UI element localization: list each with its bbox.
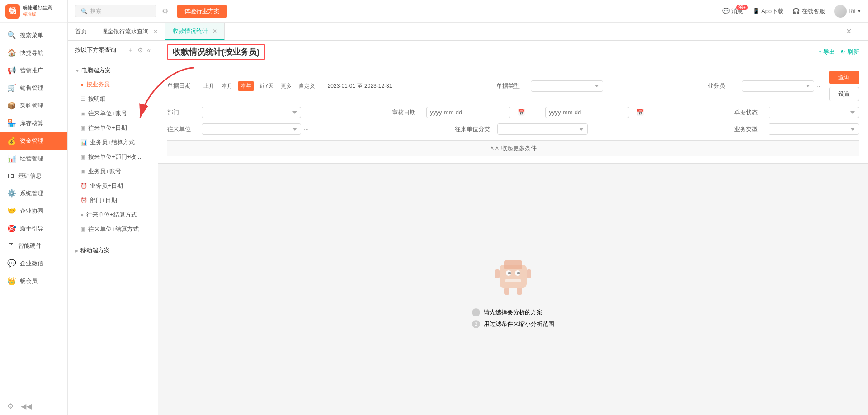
export-button[interactable]: ↑ 导出 (819, 48, 835, 56)
partner-category-select[interactable] (497, 123, 588, 135)
scheme-collapse-icon[interactable]: « (147, 47, 151, 54)
scheme-item-partner-dept[interactable]: ▣ 按来单位+部门+收... (68, 150, 158, 164)
partner-date-icon: ▣ (80, 125, 85, 131)
inventory-icon: 🏪 (7, 119, 16, 127)
scheme-item-partner-settle1[interactable]: ● 往来单位+结算方式 (68, 208, 158, 222)
sidebar-item-label: 新手引导 (20, 225, 43, 233)
doc-type-select[interactable] (531, 80, 603, 92)
sidebar-item-guide[interactable]: 🎯 新手引导 (0, 220, 67, 237)
guide-icon: 🎯 (7, 224, 16, 233)
scheme-item-by-detail[interactable]: ☰ 按明细 (68, 92, 158, 106)
shortcut-this-year[interactable]: 本年 (238, 81, 254, 91)
review-date-to[interactable] (545, 107, 629, 118)
doc-status-select[interactable] (769, 107, 859, 118)
tab-bank-close-icon[interactable]: ✕ (153, 28, 158, 35)
scheme-add-icon[interactable]: ＋ (127, 46, 134, 54)
dept-select[interactable] (202, 107, 301, 118)
mobile-group-title[interactable]: ▶ 移动端方案 (68, 244, 158, 257)
scheme-item-partner-date[interactable]: ▣ 往来单位+日期 (68, 121, 158, 135)
svg-point-5 (517, 272, 520, 274)
shortcut-more[interactable]: 更多 (279, 81, 293, 91)
export-icon: ↑ (819, 48, 822, 55)
partner-select[interactable] (202, 123, 301, 135)
biz-type-select[interactable] (769, 123, 859, 135)
sidebar-item-wechat[interactable]: 💬 企业微信 (0, 255, 67, 272)
tab-bank[interactable]: 现金银行流水查询 ✕ (94, 23, 165, 40)
tab-receipt[interactable]: 收款情况统计 ✕ (165, 23, 225, 40)
app-download-button[interactable]: 📱 App下载 (752, 7, 783, 15)
scheme-item-salesman-account[interactable]: ▣ 业务员+账号 (68, 164, 158, 179)
message-button[interactable]: 💬 消息 99+ (722, 7, 743, 15)
sales-icon: 🛒 (7, 84, 16, 92)
doc-type-label: 单据类型 (496, 82, 524, 90)
user-avatar[interactable]: Rit ▾ (834, 5, 861, 18)
settings-button[interactable]: 设置 (829, 87, 859, 101)
scheme-item-salesman-settle[interactable]: 📊 业务员+结算方式 (68, 135, 158, 150)
scheme-item-partner-settle2[interactable]: ▣ 往来单位+结算方式 (68, 222, 158, 236)
member-icon: 👑 (7, 277, 16, 285)
collapse-bar[interactable]: ∧∧ 收起更多条件 (167, 140, 859, 156)
sidebar-item-purchase[interactable]: 📦 采购管理 (0, 97, 67, 114)
scheme-item-by-salesman[interactable]: ● 按业务员 (68, 77, 158, 92)
tip-num-1: 1 (472, 308, 480, 316)
salesman-more-icon[interactable]: ··· (817, 83, 822, 90)
sidebar-item-label: 系统管理 (20, 189, 43, 198)
svg-rect-7 (495, 269, 500, 278)
refresh-button[interactable]: ↻ 刷新 (840, 48, 859, 56)
sidebar-item-search[interactable]: 🔍 搜索菜单 (0, 26, 67, 44)
pc-group-title[interactable]: ▼ 电脑端方案 (68, 64, 158, 77)
collapse-sidebar-icon[interactable]: ◀◀ (21, 402, 32, 410)
scheme-header-title: 按以下方案查询 (75, 46, 124, 54)
shortcut-7days[interactable]: 近7天 (258, 81, 275, 91)
page-title: 收款情况统计(按业务员) (167, 44, 265, 60)
shortcut-this-month[interactable]: 本月 (220, 81, 234, 91)
sidebar-item-system[interactable]: ⚙️ 系统管理 (0, 184, 67, 202)
sidebar-item-basic[interactable]: 🗂 基础信息 (0, 167, 67, 184)
sidebar-item-capital[interactable]: 💰 资金管理 (0, 132, 67, 150)
scheme-settings-icon[interactable]: ⚙ (137, 47, 143, 54)
sidebar-item-enterprise[interactable]: 🤝 企业协同 (0, 202, 67, 220)
online-service-icon: 🎧 (793, 8, 800, 14)
home-icon: 🏠 (7, 48, 16, 57)
sidebar-item-inventory[interactable]: 🏪 库存核算 (0, 114, 67, 132)
shortcut-custom[interactable]: 自定义 (297, 81, 317, 91)
fullscreen-icon[interactable]: ⛶ (855, 28, 863, 36)
topbar: 🔍 搜索 ⚙ 体验行业方案 💬 消息 99+ 📱 App下载 🎧 在线客服 Ri… (68, 0, 868, 23)
scheme-item-salesman-date[interactable]: ⏰ 业务员+日期 (68, 179, 158, 193)
scheme-item-label: 业务员+结算方式 (90, 138, 135, 146)
salesman-select[interactable] (742, 80, 814, 92)
logo-sub: 标准版 (23, 11, 52, 18)
topbar-gear-icon[interactable]: ⚙ (162, 7, 168, 15)
detail-icon: ☰ (80, 96, 85, 102)
sidebar-item-hardware[interactable]: 🖥 智能硬件 (0, 237, 67, 255)
salesman-icon: ● (80, 81, 84, 88)
sidebar-item-label: 智能硬件 (18, 242, 42, 250)
close-window-icon[interactable]: ✕ (846, 27, 852, 36)
sidebar-item-quick[interactable]: 🏠 快捷导航 (0, 44, 67, 61)
trial-button[interactable]: 体验行业方案 (177, 5, 227, 18)
shortcut-last-month[interactable]: 上月 (202, 81, 216, 91)
logo-name: 畅捷通好生意 (23, 5, 52, 11)
calendar-icon-to[interactable]: 📅 (637, 109, 644, 116)
biz-type-label: 业务类型 (734, 125, 761, 133)
doc-status-label: 单据状态 (734, 108, 761, 117)
tab-receipt-close-icon[interactable]: ✕ (212, 28, 217, 34)
content-area: 按以下方案查询 ＋ ⚙ « ▼ 电脑端方案 ● 按业务员 ☰ 按明细 (68, 41, 868, 415)
calendar-icon-from[interactable]: 📅 (518, 109, 525, 116)
sidebar-item-member[interactable]: 👑 畅会员 (0, 272, 67, 290)
partner-more-icon[interactable]: ··· (304, 126, 309, 132)
tab-home[interactable]: 首页 (68, 23, 94, 40)
sidebar-item-marketing[interactable]: 📢 营销推广 (0, 61, 67, 79)
sidebar-item-sales[interactable]: 🛒 销售管理 (0, 79, 67, 97)
empty-state: 1 请先选择要分析的方案 2 用过滤条件来缩小分析范围 (158, 164, 868, 415)
scheme-item-dept-date[interactable]: ⏰ 部门+日期 (68, 193, 158, 208)
review-date-from[interactable] (426, 107, 510, 118)
settings-bottom-icon[interactable]: ⚙ (7, 402, 14, 410)
online-service-button[interactable]: 🎧 在线客服 (793, 7, 825, 15)
sidebar-item-operation[interactable]: 📊 经营管理 (0, 150, 67, 167)
topbar-search[interactable]: 🔍 搜索 (75, 5, 156, 17)
scheme-item-partner-account[interactable]: ▣ 往来单位+账号 (68, 106, 158, 121)
date-to: 2023-12-31 (364, 83, 392, 89)
query-button[interactable]: 查询 (829, 71, 859, 84)
topbar-search-icon: 🔍 (81, 8, 88, 14)
